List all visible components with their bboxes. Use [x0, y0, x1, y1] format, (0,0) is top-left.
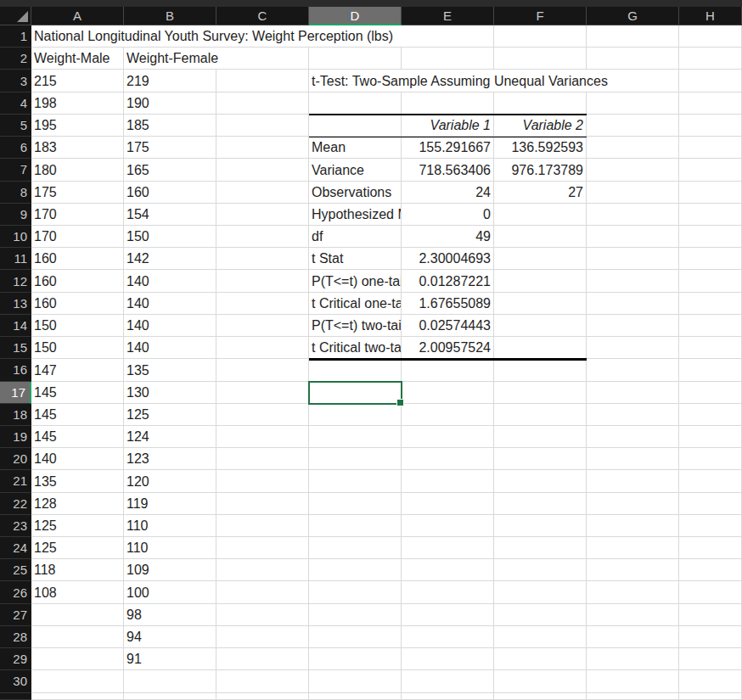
- cell-A15[interactable]: 150: [31, 337, 124, 359]
- cell-B31[interactable]: [124, 693, 216, 700]
- cell-G10[interactable]: [587, 226, 679, 248]
- cell-C26[interactable]: [216, 581, 309, 603]
- cell-E21[interactable]: [402, 470, 494, 492]
- cell-H1[interactable]: [679, 25, 742, 48]
- row-header-20[interactable]: 20: [0, 448, 31, 470]
- row-header-14[interactable]: 14: [0, 315, 31, 337]
- cell-B20[interactable]: 123: [124, 448, 216, 470]
- cell-F28[interactable]: [494, 626, 587, 648]
- row-header-1[interactable]: 1: [0, 25, 31, 48]
- cell-G24[interactable]: [587, 537, 679, 559]
- cell-D6[interactable]: Mean: [309, 137, 402, 159]
- cell-E29[interactable]: [402, 648, 494, 670]
- cell-H29[interactable]: [679, 648, 742, 670]
- cell-F27[interactable]: [494, 604, 587, 626]
- row-header-10[interactable]: 10: [0, 226, 31, 248]
- cell-B11[interactable]: 142: [124, 248, 216, 270]
- cell-C24[interactable]: [216, 537, 309, 559]
- cell-F7[interactable]: 976.173789: [494, 159, 587, 181]
- column-header-H[interactable]: H: [679, 7, 742, 25]
- cell-G4[interactable]: [587, 92, 679, 115]
- cell-C16[interactable]: [216, 359, 309, 381]
- cell-H26[interactable]: [679, 581, 742, 603]
- cell-H14[interactable]: [679, 315, 742, 337]
- column-header-B[interactable]: B: [124, 7, 216, 25]
- cell-C28[interactable]: [216, 626, 309, 648]
- cell-C30[interactable]: [216, 670, 309, 692]
- cell-E9[interactable]: 0: [402, 204, 494, 226]
- cell-E23[interactable]: [402, 515, 494, 537]
- cell-B28[interactable]: 94: [124, 626, 216, 648]
- row-header-26[interactable]: 26: [0, 581, 31, 603]
- cell-E14[interactable]: 0.02574443: [402, 315, 494, 337]
- cell-H15[interactable]: [679, 337, 742, 359]
- cell-D18[interactable]: [309, 404, 402, 426]
- cell-G26[interactable]: [587, 581, 679, 603]
- cell-D31[interactable]: [309, 693, 402, 700]
- row-header-24[interactable]: 24: [0, 537, 31, 559]
- cell-E25[interactable]: [402, 559, 494, 581]
- cell-F29[interactable]: [494, 648, 587, 670]
- cell-D10[interactable]: df: [309, 226, 402, 248]
- cell-C20[interactable]: [216, 448, 309, 470]
- cell-G16[interactable]: [587, 359, 679, 381]
- cell-H28[interactable]: [679, 626, 742, 648]
- row-header-3[interactable]: 3: [0, 70, 31, 92]
- cell-C15[interactable]: [216, 337, 309, 359]
- cell-H24[interactable]: [679, 537, 742, 559]
- cell-C12[interactable]: [216, 270, 309, 292]
- row-header-31[interactable]: [0, 693, 31, 700]
- cell-E4[interactable]: [402, 92, 494, 115]
- cell-A30[interactable]: [31, 670, 124, 692]
- row-header-13[interactable]: 13: [0, 293, 31, 315]
- row-header-9[interactable]: 9: [0, 204, 31, 226]
- cell-G9[interactable]: [587, 204, 679, 226]
- cell-F20[interactable]: [494, 448, 587, 470]
- cell-G30[interactable]: [587, 670, 679, 692]
- cell-D13[interactable]: t Critical one-tail: [309, 293, 402, 315]
- cell-G19[interactable]: [587, 426, 679, 448]
- cell-B18[interactable]: 125: [124, 404, 216, 426]
- cell-H16[interactable]: [679, 359, 742, 381]
- cell-H20[interactable]: [679, 448, 742, 470]
- cell-F4[interactable]: [494, 92, 587, 115]
- fill-handle[interactable]: [396, 399, 404, 406]
- cell-H10[interactable]: [679, 226, 742, 248]
- cell-B13[interactable]: 140: [124, 293, 216, 315]
- cell-A12[interactable]: 160: [31, 270, 124, 292]
- cell-H13[interactable]: [679, 293, 742, 315]
- cell-E12[interactable]: 0.01287221: [402, 270, 494, 292]
- row-header-16[interactable]: 16: [0, 359, 31, 381]
- cell-H30[interactable]: [679, 670, 742, 692]
- cell-B22[interactable]: 119: [124, 493, 216, 515]
- cell-H3[interactable]: [679, 70, 742, 92]
- cell-E20[interactable]: [402, 448, 494, 470]
- cell-F2[interactable]: [494, 48, 587, 70]
- cell-A10[interactable]: 170: [31, 226, 124, 248]
- cell-A2[interactable]: Weight-Male: [31, 48, 124, 70]
- cell-G21[interactable]: [587, 470, 679, 492]
- cell-C17[interactable]: [216, 382, 309, 404]
- cell-D23[interactable]: [309, 515, 402, 537]
- cell-C23[interactable]: [216, 515, 309, 537]
- cell-F23[interactable]: [494, 515, 587, 537]
- column-header-D[interactable]: D: [309, 7, 402, 25]
- cell-C11[interactable]: [216, 248, 309, 270]
- cell-B15[interactable]: 140: [124, 337, 216, 359]
- cell-F6[interactable]: 136.592593: [494, 137, 587, 159]
- cell-D8[interactable]: Observations: [309, 182, 402, 204]
- column-header-A[interactable]: A: [31, 7, 124, 25]
- row-header-4[interactable]: 4: [0, 92, 31, 115]
- cell-E16[interactable]: [402, 359, 494, 381]
- cell-F12[interactable]: [494, 270, 587, 292]
- cell-B30[interactable]: [124, 670, 216, 692]
- cell-F17[interactable]: [494, 382, 587, 404]
- cell-E10[interactable]: 49: [402, 226, 494, 248]
- cell-C5[interactable]: [216, 115, 309, 137]
- row-header-23[interactable]: 23: [0, 515, 31, 537]
- cell-A18[interactable]: 145: [31, 404, 124, 426]
- cell-A19[interactable]: 145: [31, 426, 124, 448]
- cell-H2[interactable]: [679, 48, 742, 70]
- cell-B14[interactable]: 140: [124, 315, 216, 337]
- cell-G2[interactable]: [587, 48, 679, 70]
